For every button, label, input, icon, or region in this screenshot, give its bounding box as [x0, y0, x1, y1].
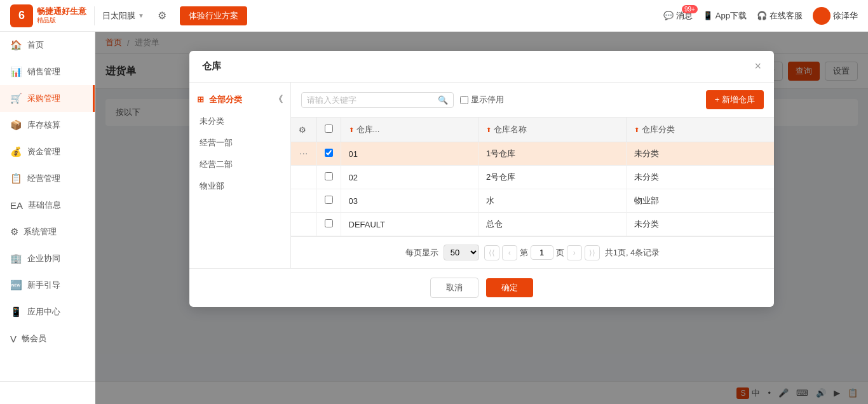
user-profile[interactable]: 徐泽华 — [813, 7, 858, 25]
grid-icon: ⊞ — [197, 95, 204, 104]
row-code: 03 — [341, 189, 478, 213]
show-disabled-label: 显示停用 — [471, 94, 504, 105]
app-download-button[interactable]: 📱 App下载 — [703, 10, 747, 22]
topbar-right: 💬 消息 99+ 📱 App下载 🎧 在线客服 徐泽华 — [663, 7, 858, 25]
messages-button[interactable]: 💬 消息 99+ — [663, 10, 693, 22]
first-page-button[interactable]: ⟨⟨ — [484, 245, 499, 260]
page-number-input[interactable] — [531, 245, 553, 260]
sidebar-item-sales[interactable]: 📊 销售管理 — [0, 58, 95, 85]
trial-button[interactable]: 体验行业方案 — [180, 6, 247, 25]
category-item-property[interactable]: 物业部 — [189, 175, 290, 197]
main-content: 首页 / 进货单 进货单 🖨 打印 ⬇ 导出 ↻ 刷新 查询 — [95, 32, 868, 404]
search-box[interactable]: 🔍 — [301, 92, 454, 108]
headset-icon: 🎧 — [757, 11, 767, 20]
more-icon[interactable]: ··· — [299, 148, 308, 159]
category-panel: ⊞ 全部分类 《 未分类 经营一部 经营二部 物业部 — [189, 83, 291, 268]
guide-icon: 🆕 — [10, 279, 22, 291]
add-warehouse-button[interactable]: + 新增仓库 — [706, 90, 764, 109]
branch-selector[interactable]: 日太阳膜 ▼ — [102, 10, 144, 22]
sidebar-item-label: 采购管理 — [27, 93, 60, 104]
message-badge: 99+ — [682, 5, 698, 13]
row-code: 01 — [341, 142, 478, 166]
row-checkbox-cell[interactable] — [316, 142, 341, 166]
row-category: 未分类 — [627, 166, 774, 189]
row-gear[interactable] — [291, 213, 316, 236]
row-name: 水 — [478, 189, 627, 213]
close-icon[interactable]: × — [754, 60, 761, 73]
collapse-icon[interactable]: 《 — [274, 94, 283, 105]
row-checkbox[interactable] — [325, 219, 333, 227]
sidebar-item-label: 系统管理 — [24, 226, 57, 238]
sidebar-item-apps[interactable]: 📱 应用中心 — [0, 299, 95, 325]
select-all-checkbox[interactable] — [325, 125, 333, 133]
per-page-select[interactable]: 50 100 200 — [444, 245, 479, 260]
prev-page-button[interactable]: ‹ — [502, 245, 517, 260]
col-name[interactable]: ⬆仓库名称 — [478, 118, 627, 142]
sidebar-item-guide[interactable]: 🆕 新手引导 — [0, 272, 95, 299]
chevron-down-icon: ▼ — [138, 12, 144, 19]
sidebar-item-label: 新手引导 — [27, 279, 60, 291]
row-gear[interactable] — [291, 166, 316, 189]
sort-icon: ⬆ — [349, 126, 354, 133]
page-info: 共1页, 4条记录 — [605, 247, 660, 259]
sidebar-item-basic[interactable]: EA 基础信息 — [0, 192, 95, 219]
basic-icon: EA — [10, 200, 23, 211]
row-checkbox[interactable] — [325, 196, 333, 204]
col-category[interactable]: ⬆仓库分类 — [627, 118, 774, 142]
table-row[interactable]: 02 2号仓库 未分类 — [291, 166, 774, 189]
inventory-icon: 📦 — [10, 119, 22, 131]
row-code: 02 — [341, 166, 478, 189]
sidebar-item-home[interactable]: 🏠 首页 — [0, 32, 95, 58]
next-page-button[interactable]: › — [567, 245, 582, 260]
sidebar-item-purchase[interactable]: 🛒 采购管理 — [0, 85, 95, 112]
category-item-unclassified[interactable]: 未分类 — [189, 111, 290, 132]
search-input[interactable] — [307, 95, 434, 105]
cancel-button[interactable]: 取消 — [430, 278, 478, 298]
sidebar-item-system[interactable]: ⚙ 系统管理 — [0, 219, 95, 245]
service-label: 在线客服 — [770, 10, 803, 22]
last-page-button[interactable]: ⟩⟩ — [585, 245, 600, 260]
settings-gear-icon[interactable]: ⚙ — [152, 6, 172, 26]
search-icon[interactable]: 🔍 — [438, 95, 448, 105]
modal-header: 仓库 × — [189, 51, 774, 83]
sidebar-item-label: 企业协同 — [27, 253, 60, 264]
table-row[interactable]: ··· 01 1号仓库 未分类 — [291, 142, 774, 166]
warehouse-modal: 仓库 × ⊞ 全部分类 《 未分类 — [189, 51, 774, 307]
category-item-dept1[interactable]: 经营一部 — [189, 132, 290, 154]
col-gear: ⚙ — [291, 118, 316, 142]
row-category: 物业部 — [627, 189, 774, 213]
row-name: 1号仓库 — [478, 142, 627, 166]
sales-icon: 📊 — [10, 66, 22, 77]
apps-icon: 📱 — [10, 306, 22, 318]
table-row[interactable]: DEFAULT 总仓 未分类 — [291, 213, 774, 236]
category-item-dept2[interactable]: 经营二部 — [189, 154, 290, 175]
sidebar-item-inventory[interactable]: 📦 库存核算 — [0, 112, 95, 138]
sidebar-item-finance[interactable]: 💰 资金管理 — [0, 138, 95, 165]
row-checkbox[interactable] — [325, 172, 333, 180]
sidebar-item-operations[interactable]: 📋 经营管理 — [0, 165, 95, 192]
row-checkbox-cell[interactable] — [316, 213, 341, 236]
row-checkbox-cell[interactable] — [316, 189, 341, 213]
page-nav: ⟨⟨ ‹ 第 页 › ⟩⟩ — [484, 245, 600, 260]
show-disabled-check[interactable] — [460, 96, 468, 104]
operations-icon: 📋 — [10, 173, 22, 184]
sidebar-item-enterprise[interactable]: 🏢 企业协同 — [0, 245, 95, 272]
system-icon: ⚙ — [10, 226, 18, 238]
row-category: 未分类 — [627, 142, 774, 166]
table-row[interactable]: 03 水 物业部 — [291, 189, 774, 213]
col-code[interactable]: ⬆仓库... — [341, 118, 478, 142]
all-categories-header[interactable]: ⊞ 全部分类 《 — [189, 89, 290, 111]
content-toolbar: 🔍 显示停用 + 新增仓库 — [291, 83, 774, 118]
row-gear[interactable] — [291, 189, 316, 213]
topbar-divider — [94, 6, 95, 25]
row-checkbox-cell[interactable] — [316, 166, 341, 189]
confirm-button[interactable]: 确定 — [486, 278, 533, 297]
modal-footer: 取消 确定 — [189, 268, 774, 307]
sidebar-item-member[interactable]: V 畅会员 — [0, 325, 95, 352]
customer-service-button[interactable]: 🎧 在线客服 — [757, 10, 803, 22]
enterprise-icon: 🏢 — [10, 253, 22, 264]
row-checkbox[interactable] — [325, 149, 333, 157]
row-gear[interactable]: ··· — [291, 142, 316, 166]
show-disabled-checkbox[interactable]: 显示停用 — [460, 94, 504, 105]
per-page-label: 每页显示 — [405, 247, 438, 259]
